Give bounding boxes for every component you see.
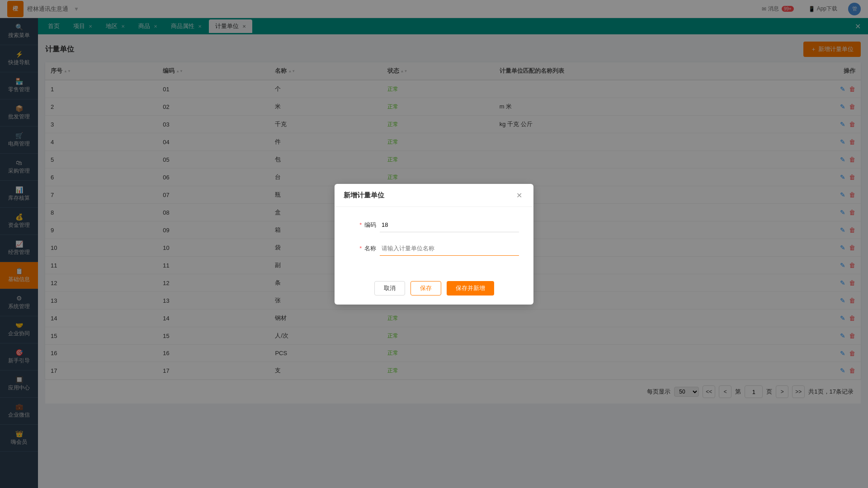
modal-close-button[interactable]: ✕ — [514, 190, 524, 201]
cancel-button[interactable]: 取消 — [374, 281, 405, 296]
code-required: * — [359, 221, 362, 228]
save-add-button[interactable]: 保存并新增 — [447, 281, 494, 296]
form-row-name: * 名称 — [349, 241, 519, 256]
form-row-code: * 编码 — [349, 218, 519, 232]
name-input[interactable] — [380, 241, 519, 256]
code-input[interactable] — [380, 218, 519, 232]
modal-overlay: 新增计量单位 ✕ * 编码 * 名称 取消 保存 保存并新增 — [0, 0, 868, 488]
modal-body: * 编码 * 名称 — [335, 207, 533, 276]
modal-title: 新增计量单位 — [344, 191, 384, 200]
modal-footer: 取消 保存 保存并新增 — [335, 276, 533, 305]
name-label: * 名称 — [349, 244, 376, 253]
code-label: * 编码 — [349, 221, 376, 229]
add-unit-modal: 新增计量单位 ✕ * 编码 * 名称 取消 保存 保存并新增 — [335, 184, 533, 305]
modal-header: 新增计量单位 ✕ — [335, 184, 533, 207]
save-button[interactable]: 保存 — [410, 281, 441, 296]
name-required: * — [359, 245, 362, 252]
